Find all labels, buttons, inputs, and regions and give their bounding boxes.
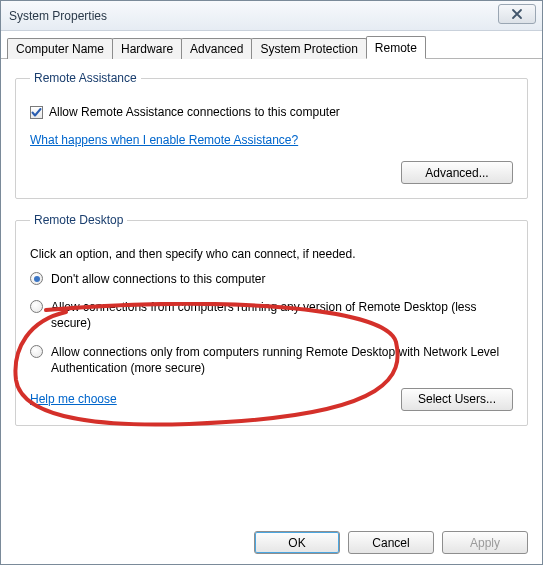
tab-computer-name[interactable]: Computer Name xyxy=(7,38,113,59)
radio-dont-allow[interactable] xyxy=(30,272,43,285)
system-properties-window: System Properties Computer Name Hardware… xyxy=(0,0,543,565)
tab-content-remote: Remote Assistance Allow Remote Assistanc… xyxy=(1,59,542,450)
radio-allow-nla[interactable] xyxy=(30,345,43,358)
dialog-footer: OK Cancel Apply xyxy=(254,531,528,554)
ok-button[interactable]: OK xyxy=(254,531,340,554)
tab-strip: Computer Name Hardware Advanced System P… xyxy=(1,31,542,59)
radio-allow-any-version[interactable] xyxy=(30,300,43,313)
window-title: System Properties xyxy=(9,9,107,23)
tab-hardware[interactable]: Hardware xyxy=(112,38,182,59)
remote-desktop-description: Click an option, and then specify who ca… xyxy=(30,247,513,261)
group-remote-desktop: Remote Desktop Click an option, and then… xyxy=(15,213,528,426)
remote-assistance-help-link[interactable]: What happens when I enable Remote Assist… xyxy=(30,133,298,147)
apply-button[interactable]: Apply xyxy=(442,531,528,554)
tab-system-protection[interactable]: System Protection xyxy=(251,38,366,59)
advanced-button[interactable]: Advanced... xyxy=(401,161,513,184)
help-me-choose-link[interactable]: Help me choose xyxy=(30,392,117,406)
radio-allow-any-version-label: Allow connections from computers running… xyxy=(51,299,513,331)
group-remote-assistance: Remote Assistance Allow Remote Assistanc… xyxy=(15,71,528,199)
checkmark-icon xyxy=(31,107,42,118)
tab-remote[interactable]: Remote xyxy=(366,36,426,59)
select-users-button[interactable]: Select Users... xyxy=(401,388,513,411)
cancel-button[interactable]: Cancel xyxy=(348,531,434,554)
titlebar: System Properties xyxy=(1,1,542,31)
group-remote-assistance-legend: Remote Assistance xyxy=(30,71,141,85)
allow-remote-assistance-row: Allow Remote Assistance connections to t… xyxy=(30,105,513,119)
radio-allow-nla-label: Allow connections only from computers ru… xyxy=(51,344,513,376)
allow-remote-assistance-label: Allow Remote Assistance connections to t… xyxy=(49,105,340,119)
tab-advanced[interactable]: Advanced xyxy=(181,38,252,59)
radio-dont-allow-label: Don't allow connections to this computer xyxy=(51,271,265,287)
close-button[interactable] xyxy=(498,4,536,24)
group-remote-desktop-legend: Remote Desktop xyxy=(30,213,127,227)
allow-remote-assistance-checkbox[interactable] xyxy=(30,106,43,119)
close-icon xyxy=(511,8,523,20)
